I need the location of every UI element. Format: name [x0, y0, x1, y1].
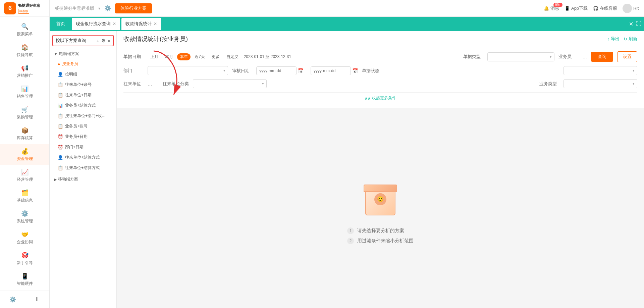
avatar: [623, 4, 632, 13]
right-filter-group1: 单据类型 业务员 ... 查询 设置: [463, 51, 637, 62]
tabbar: 首页 现金银行流水查询 ✕ 收款情况统计 ✕ ✕ ⛶: [50, 17, 644, 31]
partner-category-select[interactable]: [193, 79, 267, 88]
inventory-icon: 📦: [21, 127, 29, 134]
refresh-btn[interactable]: ↻ 刷新: [624, 36, 637, 42]
doc-type-select[interactable]: [487, 52, 554, 61]
message-btn[interactable]: 🔔 消息 99+: [544, 5, 559, 11]
export-icon: ↑: [607, 37, 610, 42]
panel-add-btn[interactable]: +: [96, 38, 99, 44]
tabbar-expand-btn[interactable]: ⛶: [636, 21, 641, 27]
sidebar-item-sales[interactable]: 📊 销售管理: [0, 82, 49, 103]
sidebar-item-inventory[interactable]: 📦 库存核算: [0, 123, 49, 144]
date-cur-year[interactable]: 本年: [177, 53, 191, 60]
mobile-section-header[interactable]: ▶ 移动端方案: [50, 174, 116, 184]
panel-item-staff-account[interactable]: 📋 业务员+账号: [50, 121, 116, 132]
panel-item-staff-settle[interactable]: 📊 业务员+结算方式: [50, 100, 116, 111]
page: 按以下方案查询 + ⚙ « ▼ 电脑端方案 ● 按业务员: [50, 31, 644, 308]
step-1-text: 请先选择要分析的方案: [357, 228, 404, 234]
panel-item-unit-settle1[interactable]: 👤 往来单位+结算方式: [50, 152, 116, 163]
sidebar-item-system[interactable]: ⚙️ 系统管理: [0, 207, 49, 227]
sidebar-item-marketing[interactable]: 📢 营销推广: [0, 61, 49, 82]
sidebar-item-finance[interactable]: 💰 资金管理: [0, 144, 49, 165]
date-more[interactable]: 更多: [209, 53, 222, 60]
hint-step-2: 2 用过滤条件来缩小分析范围: [347, 238, 414, 244]
unit-date-icon: 📋: [58, 93, 63, 98]
panel-item-unit-dept-recv[interactable]: 📋 按往来单位+部门+收...: [50, 111, 116, 121]
left-panel: 按以下方案查询 + ⚙ « ▼ 电脑端方案 ● 按业务员: [50, 31, 117, 308]
panel-item-unit-account[interactable]: 📋 往来单位+账号: [50, 80, 116, 90]
sidebar-item-guide[interactable]: 🎯 新手引导: [0, 248, 49, 269]
panel-item-unit-settle2[interactable]: 📋 往来单位+结算方式: [50, 163, 116, 173]
topbar: 畅捷通好生意标准版 ▾ ⚙️ 体验行业方案 🔔 消息 99+ 📱 App下载 🎧…: [50, 0, 644, 17]
tab-bank[interactable]: 现金银行流水查询 ✕: [72, 18, 120, 30]
panel-item-unit-date[interactable]: 📋 往来单位+日期: [50, 90, 116, 100]
panel-item-by-staff[interactable]: ● 按业务员: [50, 59, 116, 69]
hardware-icon: 📱: [21, 272, 29, 280]
doc-status-select[interactable]: [564, 66, 637, 75]
sidebar-item-enterprise[interactable]: 🤝 企业协同: [0, 227, 49, 248]
box-lid: [364, 185, 397, 192]
sidebar-item-purchase[interactable]: 🛒 采购管理: [0, 103, 49, 123]
topbar-settings-icon[interactable]: ⚙️: [104, 5, 111, 11]
partner-more-btn[interactable]: ...: [148, 81, 152, 87]
enterprise-icon: 🤝: [21, 231, 29, 238]
date-cur-month[interactable]: 本月: [162, 53, 176, 60]
logo-badge: 标准版: [18, 9, 29, 14]
sidebar-item-hardware[interactable]: 📱 智能硬件: [0, 269, 49, 290]
biz-type-select[interactable]: [564, 79, 637, 88]
tab-bank-close[interactable]: ✕: [113, 21, 116, 26]
dept-date-icon: ⏰: [58, 145, 63, 150]
biz-type-label: 业务类型: [539, 81, 559, 87]
panel-item-dept-date[interactable]: ⏰ 部门+日期: [50, 142, 116, 152]
date-prev-month[interactable]: 上月: [148, 53, 161, 60]
staff-settle-icon: 📊: [58, 103, 63, 108]
empty-illustration: 😊: [357, 172, 404, 215]
desktop-section-header[interactable]: ▼ 电脑端方案: [50, 49, 116, 59]
doc-type-label: 单据类型: [463, 54, 483, 60]
dept-select[interactable]: [148, 66, 228, 75]
hint-step-1: 1 请先选择要分析的方案: [347, 227, 414, 234]
marketing-icon: 📢: [21, 64, 29, 72]
review-date-to[interactable]: [311, 66, 351, 75]
tab-home[interactable]: 首页: [51, 17, 70, 31]
cal-icon-1[interactable]: 📅: [298, 68, 304, 73]
staff-more-btn[interactable]: ...: [583, 54, 587, 60]
username: Rit: [633, 6, 639, 11]
review-date-from[interactable]: [256, 66, 297, 75]
trial-btn[interactable]: 体验行业方案: [115, 3, 152, 13]
cal-icon-2[interactable]: 📅: [352, 68, 358, 73]
sidebar-settings-btn[interactable]: ⚙️: [7, 294, 18, 305]
date-presets: 上月 本月 本年 近7天 更多 自定义 2023-01-01 至 2023-12…: [148, 53, 291, 60]
sidebar-collapse-btn[interactable]: ⏸: [33, 294, 42, 305]
panel-item-by-detail[interactable]: 👤 按明细: [50, 69, 116, 80]
date-custom[interactable]: 自定义: [224, 53, 241, 60]
panel-item-staff-date[interactable]: ⏰ 业务员+日期: [50, 132, 116, 142]
app-download-btn[interactable]: 📱 App下载: [565, 5, 588, 11]
settings-btn[interactable]: 设置: [617, 51, 637, 62]
detail-icon: 👤: [58, 72, 63, 77]
query-btn[interactable]: 查询: [591, 52, 613, 62]
tab-receipt-close[interactable]: ✕: [154, 21, 157, 26]
tabbar-close-btn[interactable]: ✕: [629, 21, 633, 27]
panel-collapse-btn[interactable]: «: [108, 38, 110, 44]
basic-icon: 🗂️: [21, 189, 29, 197]
collapse-bar[interactable]: ∧∧ 收起更多条件: [123, 92, 637, 104]
review-date-label: 审核日期: [232, 68, 252, 74]
sidebar-item-quicknav[interactable]: 🏠 快捷导航: [0, 40, 49, 61]
sidebar-logo: 6 畅捷通好生意 标准版: [0, 0, 49, 17]
online-service-btn[interactable]: 🎧 在线客服: [593, 5, 617, 11]
topbar-right: 🔔 消息 99+ 📱 App下载 🎧 在线客服 Rit: [544, 4, 639, 13]
operations-icon: 📈: [21, 168, 29, 176]
export-btn[interactable]: ↑ 导出: [607, 36, 620, 42]
user-menu[interactable]: Rit: [623, 4, 639, 13]
panel-settings-btn[interactable]: ⚙: [101, 38, 106, 44]
hint-steps: 1 请先选择要分析的方案 2 用过滤条件来缩小分析范围: [347, 227, 414, 244]
panel-header-actions: + ⚙ «: [96, 38, 110, 44]
tab-receipt[interactable]: 收款情况统计 ✕: [121, 18, 161, 30]
sidebar-item-operations[interactable]: 📈 经营管理: [0, 165, 49, 186]
unit-settle1-icon: 👤: [58, 155, 63, 160]
sidebar-item-search[interactable]: 🔍 搜索菜单: [0, 19, 49, 40]
partner-category-label: 往来单位分类: [163, 81, 189, 87]
sidebar-item-basic[interactable]: 🗂️ 基础信息: [0, 186, 49, 207]
date-last7[interactable]: 近7天: [192, 53, 208, 60]
